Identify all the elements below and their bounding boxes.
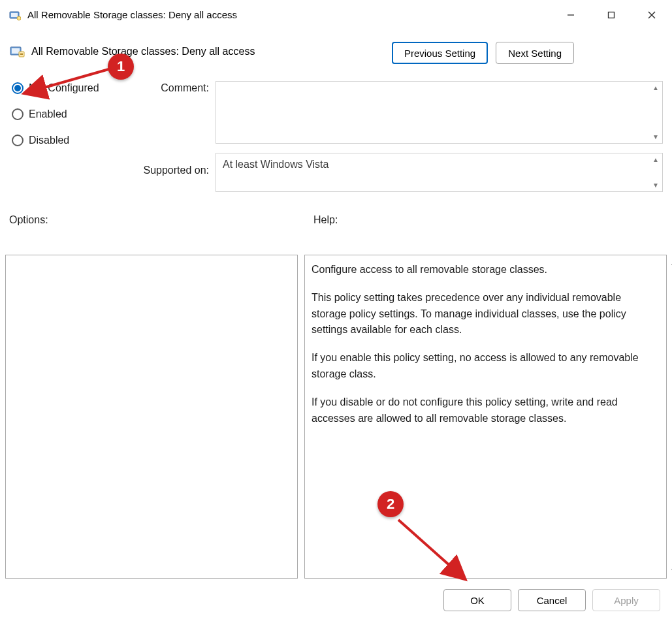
- scroll-up-icon: ▲: [650, 84, 661, 91]
- help-pane[interactable]: Configure access to all removable storag…: [304, 255, 667, 579]
- help-paragraph: If you disable or do not configure this …: [312, 394, 649, 427]
- apply-button[interactable]: Apply: [592, 589, 660, 611]
- svg-point-2: [17, 16, 21, 20]
- window-controls: [551, 0, 672, 30]
- help-paragraph: This policy setting takes precedence ove…: [312, 290, 649, 338]
- detail-panes: Configure access to all removable storag…: [5, 255, 667, 579]
- radio-icon: [12, 108, 24, 120]
- nav-buttons: Previous Setting Next Setting: [387, 42, 574, 64]
- radio-label: Not Configured: [29, 82, 99, 94]
- radio-disabled[interactable]: Disabled: [12, 135, 129, 146]
- radio-icon: [12, 135, 24, 146]
- minimize-icon: [566, 10, 575, 20]
- policy-header-row: All Removable Storage classes: Deny all …: [0, 30, 672, 63]
- comment-field[interactable]: ▲ ▼: [216, 81, 663, 144]
- help-paragraph: If you enable this policy setting, no ac…: [312, 350, 649, 383]
- svg-rect-1: [11, 13, 18, 17]
- scroll-up-icon: ▲: [667, 258, 672, 268]
- maximize-icon: [607, 10, 616, 20]
- svg-rect-10: [20, 53, 23, 54]
- svg-rect-8: [12, 48, 20, 54]
- close-icon: [647, 10, 656, 20]
- previous-setting-button[interactable]: Previous Setting: [392, 42, 488, 64]
- scroll-down-icon: ▼: [650, 133, 661, 140]
- radio-enabled[interactable]: Enabled: [12, 108, 129, 120]
- options-label: Options:: [9, 214, 313, 226]
- scroll-down-icon: ▼: [667, 566, 672, 576]
- radio-not-configured[interactable]: Not Configured: [12, 82, 129, 94]
- help-paragraph: Configure access to all removable storag…: [312, 262, 649, 278]
- window-title: All Removable Storage classes: Deny all …: [27, 9, 237, 20]
- comment-label: Comment:: [131, 82, 209, 94]
- supported-on-text: At least Windows Vista: [216, 153, 662, 176]
- supported-on-label: Supported on:: [131, 165, 209, 176]
- scroll-arrows: ▲ ▼: [667, 255, 672, 578]
- state-radio-group: Not Configured Enabled Disabled: [12, 82, 129, 161]
- policy-icon: [9, 44, 26, 59]
- minimize-button[interactable]: [551, 0, 591, 30]
- dialog-buttons: OK Cancel Apply: [443, 589, 660, 611]
- radio-label: Enabled: [29, 108, 67, 120]
- ok-button[interactable]: OK: [443, 589, 511, 611]
- scroll-up-icon: ▲: [650, 156, 661, 163]
- scroll-arrows: ▲ ▼: [650, 153, 661, 191]
- next-setting-button[interactable]: Next Setting: [496, 42, 574, 64]
- close-button[interactable]: [632, 0, 672, 30]
- radio-label: Disabled: [29, 135, 69, 146]
- options-pane[interactable]: [5, 255, 298, 579]
- app-icon: [9, 9, 21, 21]
- svg-rect-4: [609, 12, 615, 18]
- cancel-button[interactable]: Cancel: [518, 589, 586, 611]
- svg-rect-11: [20, 54, 23, 55]
- field-labels: Comment: Supported on:: [131, 82, 209, 176]
- radio-icon: [12, 82, 24, 94]
- scroll-arrows: ▲ ▼: [650, 82, 661, 143]
- titlebar: All Removable Storage classes: Deny all …: [0, 0, 672, 30]
- config-area: Not Configured Enabled Disabled Comment:…: [0, 63, 672, 226]
- supported-on-field: At least Windows Vista ▲ ▼: [216, 153, 663, 192]
- policy-title: All Removable Storage classes: Deny all …: [31, 46, 255, 57]
- maximize-button[interactable]: [591, 0, 632, 30]
- help-label: Help:: [313, 214, 338, 226]
- scroll-down-icon: ▼: [650, 182, 661, 189]
